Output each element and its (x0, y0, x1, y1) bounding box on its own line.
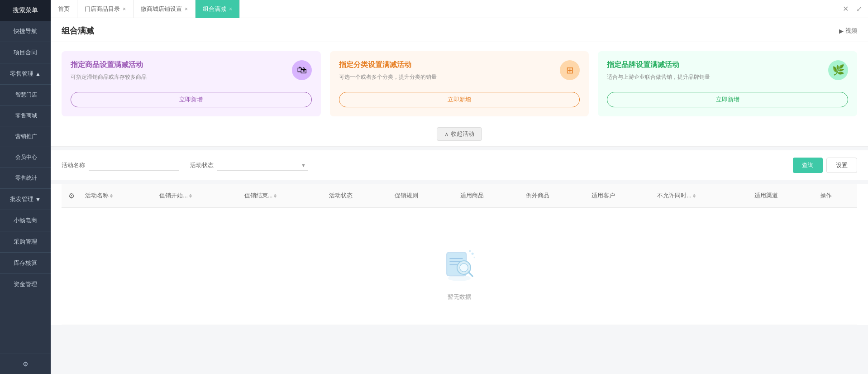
empty-cell: 暂无数据 (62, 208, 857, 325)
tab-wechat-settings[interactable]: 微商城店铺设置 × (134, 0, 196, 18)
card-category-add-btn[interactable]: 立即新增 (339, 92, 580, 107)
tab-store-catalog-label: 门店商品目录 (85, 5, 120, 13)
data-table: ⚙ 活动名称 (62, 184, 857, 325)
card-brand-desc: 适合与上游企业联合做营销，提升品牌销量 (607, 73, 848, 81)
th-operations-label: 操作 (820, 192, 832, 199)
tab-combo-discount[interactable]: 组合满减 × (196, 0, 240, 18)
sidebar-item-retail-management[interactable]: 零售管理 ▲ (0, 63, 51, 85)
sidebar-item-wholesale-label: 批发管理 (10, 195, 33, 203)
tab-bar: 首页 门店商品目录 × 微商城店铺设置 × 组合满减 × ✕ ⤢ (51, 0, 868, 18)
filter-activity-status-group: 活动状态 ▼ (190, 160, 308, 171)
video-btn[interactable]: ▶ 视频 (839, 27, 857, 35)
card-brand-add-btn[interactable]: 立即新增 (607, 92, 848, 107)
play-circle-icon: ▶ (839, 28, 844, 34)
sidebar-item-retail-management-label: 零售管理 (10, 70, 33, 78)
table-gear-icon[interactable]: ⚙ (65, 189, 78, 202)
th-promo-start-label: 促销开始... (159, 192, 188, 200)
th-exception-goods-label: 例外商品 (526, 192, 549, 199)
activity-cards: 🛍 指定商品设置满减活动 可指定滞销商品或库存较多商品 立即新增 ⊞ 指定分类设… (51, 42, 868, 124)
svg-point-10 (474, 257, 475, 258)
th-promo-start: 促销开始... (156, 184, 240, 208)
th-activity-name-label: 活动名称 (85, 192, 109, 200)
table-header-row: ⚙ 活动名称 (62, 184, 857, 208)
collapse-bar: ∧ 收起活动 (51, 124, 868, 147)
activity-card-brand: 🌿 指定品牌设置满减活动 适合与上游企业联合做营销，提升品牌销量 立即新增 (598, 51, 857, 116)
tab-wechat-settings-close[interactable]: × (185, 6, 188, 12)
sort-icon-not-allow-concurrent[interactable] (693, 194, 696, 198)
sidebar-item-inventory-check[interactable]: 库存核算 (0, 253, 51, 274)
chevron-up-icon: ▲ (35, 71, 41, 77)
collapse-label: 收起活动 (451, 130, 474, 138)
filter-activity-name-label: 活动名称 (62, 161, 85, 169)
sidebar-item-member-center[interactable]: 会员中心 (0, 147, 51, 168)
svg-point-11 (469, 250, 471, 252)
empty-state: 暂无数据 (65, 213, 854, 319)
th-settings: ⚙ (62, 184, 81, 208)
sidebar-item-quick-nav[interactable]: 快捷导航 (0, 21, 51, 42)
page-title: 组合满减 (62, 25, 94, 36)
card-product-icon: 🛍 (292, 60, 312, 80)
sidebar-item-retail-stats[interactable]: 零售统计 (0, 168, 51, 189)
sort-icon-promo-end[interactable] (274, 194, 277, 198)
sidebar-item-project-contract[interactable]: 项目合同 (0, 42, 51, 63)
th-exception-goods: 例外商品 (522, 184, 588, 208)
card-product-add-btn[interactable]: 立即新增 (71, 92, 312, 107)
sort-icon-activity-name[interactable] (110, 194, 113, 198)
collapse-up-icon: ∧ (444, 131, 449, 138)
window-maximize-btn[interactable]: ⤢ (854, 4, 864, 14)
query-btn[interactable]: 查询 (793, 158, 823, 173)
tab-store-catalog-close[interactable]: × (123, 6, 126, 12)
th-not-allow-concurrent: 不允许同时... (653, 184, 751, 208)
svg-line-8 (468, 272, 472, 276)
th-applicable-customers-label: 适用客户 (591, 192, 615, 199)
page-header: 组合满减 ▶ 视频 (51, 18, 868, 42)
table-section: ⚙ 活动名称 (51, 184, 868, 325)
sidebar-item-xiaochu-ecommerce[interactable]: 小畅电商 (0, 210, 51, 231)
tab-combo-discount-label: 组合满减 (203, 5, 226, 13)
window-close-btn[interactable]: ✕ (840, 4, 851, 14)
tab-combo-discount-close[interactable]: × (229, 6, 232, 12)
tab-home[interactable]: 首页 (51, 0, 77, 18)
video-label: 视频 (845, 27, 857, 35)
th-applicable-channel: 适用渠道 (751, 184, 816, 208)
th-operations: 操作 (816, 184, 857, 208)
th-applicable-goods: 适用商品 (457, 184, 522, 208)
sidebar-item-smart-store[interactable]: 智慧门店 (0, 85, 51, 105)
settings-btn[interactable]: 设置 (826, 158, 857, 173)
card-category-desc: 可选一个或者多个分类，提升分类的销量 (339, 73, 580, 81)
filter-activity-status-wrapper: ▼ (217, 160, 308, 171)
th-promo-end: 促销结束... (241, 184, 325, 208)
main-area: 首页 门店商品目录 × 微商城店铺设置 × 组合满减 × ✕ ⤢ 组合满减 ▶ … (51, 0, 868, 374)
card-brand-title: 指定品牌设置满减活动 (607, 60, 848, 70)
page-content: 组合满减 ▶ 视频 🛍 指定商品设置满减活动 可指定滞销商品或库存较多商品 立即… (51, 18, 868, 374)
th-activity-status-label: 活动状态 (329, 192, 353, 199)
th-activity-name: 活动名称 (81, 184, 156, 208)
sort-icon-promo-start[interactable] (189, 194, 192, 198)
filter-activity-status-select[interactable] (217, 160, 308, 171)
th-applicable-channel-label: 适用渠道 (754, 192, 778, 199)
sidebar-settings-btn[interactable]: ⚙ (0, 354, 51, 374)
collapse-activity-btn[interactable]: ∧ 收起活动 (437, 127, 482, 141)
table-body: 暂无数据 (62, 208, 857, 325)
filter-actions: 查询 设置 (793, 158, 857, 173)
activity-card-category: ⊞ 指定分类设置满减活动 可选一个或者多个分类，提升分类的销量 立即新增 (330, 51, 589, 116)
filter-activity-name-input[interactable] (89, 160, 179, 171)
sidebar-item-marketing[interactable]: 营销推广 (0, 126, 51, 147)
tab-store-catalog[interactable]: 门店商品目录 × (77, 0, 134, 18)
sidebar-search[interactable]: 搜索菜单 (0, 0, 51, 21)
tab-bar-actions: ✕ ⤢ (840, 4, 868, 14)
card-category-title: 指定分类设置满减活动 (339, 60, 580, 70)
sidebar-item-purchase-management[interactable]: 采购管理 (0, 231, 51, 253)
th-promo-rules-label: 促销规则 (395, 192, 418, 199)
svg-point-9 (472, 253, 474, 255)
table-head: ⚙ 活动名称 (62, 184, 857, 208)
sidebar-item-capital-management[interactable]: 资金管理 (0, 274, 51, 295)
filter-activity-status-label: 活动状态 (190, 161, 214, 169)
th-activity-status: 活动状态 (325, 184, 391, 208)
th-promo-rules: 促销规则 (391, 184, 457, 208)
card-product-title: 指定商品设置满减活动 (71, 60, 312, 70)
filter-activity-name-group: 活动名称 (62, 160, 179, 171)
th-promo-end-label: 促销结束... (244, 192, 273, 200)
sidebar-item-retail-mall[interactable]: 零售商城 (0, 105, 51, 126)
sidebar-item-wholesale-management[interactable]: 批发管理 ▼ (0, 189, 51, 210)
